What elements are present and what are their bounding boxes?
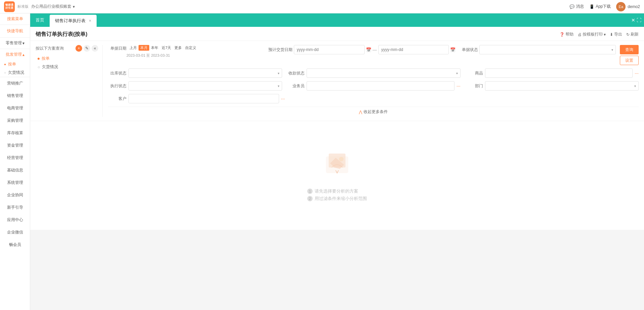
- salesman-input[interactable]: [307, 81, 454, 91]
- sidebar-search[interactable]: 搜索菜单: [0, 13, 30, 25]
- sidebar-item-inventory[interactable]: 库存核算: [0, 127, 30, 139]
- page-header-actions: ❓ 帮助 🖨 按模板打印 ▾ ⬇ 导出: [559, 32, 639, 37]
- message-btn[interactable]: 💬 消息: [570, 4, 584, 9]
- dept-label: 部门: [465, 83, 483, 89]
- sidebar-item-member[interactable]: 畅会员: [0, 239, 30, 251]
- sidebar-item-sales[interactable]: 销售管理: [0, 90, 30, 102]
- salesman-dots[interactable]: ···: [457, 83, 461, 89]
- sidebar-section-wholesale: 批发管理 ▴ ● 按单 ○ 欠货情况: [0, 49, 30, 77]
- receipt-status-group: 收款状态 ▾: [286, 68, 460, 78]
- apps-label: 应用中心: [7, 217, 23, 223]
- export-btn[interactable]: ⬇ 导出: [610, 32, 622, 37]
- page-content: 销售订单执行表(按单) ❓ 帮助 🖨 按模板打印 ▾: [30, 27, 644, 310]
- retail-arrow: ▾: [22, 41, 24, 46]
- help-icon: ❓: [559, 32, 565, 37]
- product-input[interactable]: [485, 68, 633, 78]
- doc-status-group: 单据状态 ▾: [460, 45, 616, 54]
- date-tab-custom[interactable]: 自定义: [183, 45, 198, 51]
- date-tab-7days[interactable]: 近7天: [160, 45, 173, 51]
- product-label: 商品: [465, 70, 483, 76]
- sidebar-item-wechat[interactable]: 企业微信: [0, 226, 30, 239]
- settings-btn[interactable]: 设置: [620, 56, 639, 65]
- sidebar-item-business[interactable]: 经营管理: [0, 152, 30, 164]
- scheme-active-dot: [38, 58, 40, 60]
- app-container: 畅捷通好生意 标准版 办公用品行业模拟账套 ▾ 💬 消息 📱 App下载 Ea …: [0, 0, 644, 310]
- forecast-date-start[interactable]: [294, 45, 365, 54]
- empty-tip-2: 2 用过滤条件来缩小分析范围: [307, 196, 367, 202]
- tip-num-2: 2: [307, 196, 313, 201]
- help-btn[interactable]: ❓ 帮助: [559, 32, 574, 37]
- marketing-label: 营销推广: [7, 81, 23, 86]
- retail-label: 零售管理: [6, 40, 22, 46]
- wholesale-label: 批发管理: [6, 52, 22, 57]
- message-label: 消息: [576, 4, 584, 9]
- sidebar-item-ecommerce[interactable]: 电商管理: [0, 102, 30, 114]
- delivery-status-select[interactable]: [128, 68, 282, 78]
- sidebar-sub-item-shortage[interactable]: ○ 欠货情况: [0, 68, 30, 77]
- delivery-status-group: 出库状态 ▾: [108, 68, 282, 78]
- page-header: 销售订单执行表(按单) ❓ 帮助 🖨 按模板打印 ▾: [30, 27, 644, 41]
- sidebar-item-retail[interactable]: 零售管理 ▾: [0, 38, 30, 49]
- ecommerce-label: 电商管理: [7, 105, 23, 111]
- date-tab-more[interactable]: 更多: [173, 45, 183, 51]
- print-icon: 🖨: [578, 32, 582, 37]
- date-tab-this-year[interactable]: 本年: [149, 45, 160, 51]
- scheme-edit-btn[interactable]: ✎: [84, 45, 90, 52]
- by-order-icon: ●: [4, 62, 6, 66]
- product-dots[interactable]: ···: [635, 70, 639, 76]
- customer-input[interactable]: [128, 94, 279, 103]
- sidebar-item-finance[interactable]: 资金管理: [0, 139, 30, 152]
- date-tab-last-month[interactable]: 上月: [128, 45, 139, 51]
- exec-status-wrapper: ▾: [128, 81, 282, 91]
- sidebar-item-apps[interactable]: 应用中心: [0, 214, 30, 226]
- sidebar-sub-item-by-order[interactable]: ● 按单: [0, 60, 30, 68]
- scheme-actions: + ✎ «: [75, 45, 98, 52]
- tab-window-close[interactable]: ✕: [631, 17, 635, 23]
- dept-select[interactable]: [485, 81, 639, 91]
- receipt-status-select[interactable]: [307, 68, 460, 78]
- print-btn[interactable]: 🖨 按模板打印 ▾: [578, 32, 606, 37]
- exec-status-select[interactable]: [128, 81, 282, 91]
- refresh-btn[interactable]: ↻ 刷新: [626, 32, 639, 37]
- sidebar-item-guide[interactable]: 新手引导: [0, 201, 30, 214]
- account-title[interactable]: 办公用品行业模拟账套 ▾: [31, 4, 75, 9]
- forecast-date-group: 预计交货日期 📅 — 📅: [268, 45, 456, 54]
- user-info[interactable]: Ea demo2: [616, 2, 640, 11]
- query-btn[interactable]: 查询: [620, 45, 639, 54]
- date-tab-this-month[interactable]: 本月: [139, 45, 149, 51]
- tab-close-btn[interactable]: ×: [89, 18, 91, 23]
- cal-icon-start: 📅: [366, 47, 371, 52]
- scheme-shortage-label: 欠货情况: [42, 64, 58, 70]
- sidebar-item-system[interactable]: 系统管理: [0, 176, 30, 189]
- export-label: 导出: [614, 32, 622, 37]
- scheme-item-by-order[interactable]: 按单: [36, 54, 98, 63]
- sidebar-item-basic-info[interactable]: 基础信息: [0, 164, 30, 176]
- delivery-status-wrapper: ▾: [128, 68, 282, 78]
- tab-sales-order[interactable]: 销售订单执行表 ×: [50, 15, 97, 27]
- refresh-icon: ↻: [626, 32, 630, 37]
- quick-nav-label[interactable]: 快捷导航: [0, 26, 30, 36]
- scheme-add-btn[interactable]: +: [75, 45, 82, 52]
- app-download-btn[interactable]: 📱 App下载: [589, 4, 611, 9]
- svg-point-2: [339, 157, 343, 161]
- finance-label: 资金管理: [7, 143, 23, 148]
- sidebar-item-marketing[interactable]: 营销推广: [0, 77, 30, 90]
- tab-home[interactable]: 首页: [30, 13, 50, 27]
- scheme-item-shortage[interactable]: ○ 欠货情况: [36, 63, 98, 71]
- empty-tips: 1 请先选择要分析的方案 2 用过滤条件来缩小分析范围: [307, 187, 367, 203]
- collapse-btn[interactable]: ⋀ 收起更多条件: [359, 109, 388, 115]
- receipt-status-label: 收款状态: [286, 70, 305, 76]
- date-tabs: 上月 本月 本年 近7天 更多 自定义: [128, 45, 198, 51]
- wholesale-arrow: ▴: [22, 52, 24, 57]
- refresh-label: 刷新: [631, 32, 639, 37]
- tab-window-expand[interactable]: ⛶: [637, 17, 641, 23]
- dept-wrapper: ▾: [485, 81, 639, 91]
- doc-status-select[interactable]: [479, 45, 616, 54]
- sidebar-item-purchase[interactable]: 采购管理: [0, 114, 30, 127]
- scheme-collapse-btn[interactable]: «: [92, 45, 98, 52]
- customer-dots[interactable]: ···: [281, 96, 285, 101]
- sidebar-item-enterprise[interactable]: 企业协同: [0, 189, 30, 201]
- sidebar-item-wholesale[interactable]: 批发管理 ▴: [0, 49, 30, 60]
- forecast-date-end[interactable]: [378, 45, 449, 54]
- account-name: 办公用品行业模拟账套: [31, 4, 71, 9]
